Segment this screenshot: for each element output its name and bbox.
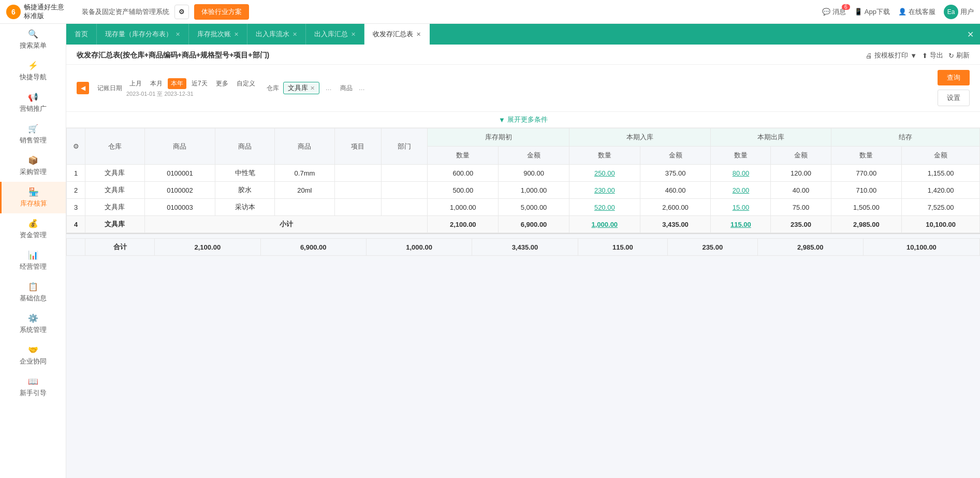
total-out-qty: 115.00 <box>578 239 667 256</box>
filter-toggle[interactable]: ◀ <box>77 82 89 94</box>
row-no: 2 <box>67 182 85 199</box>
warehouse-label: 仓库 <box>267 84 279 93</box>
row-bal-amt: 1,420.00 <box>902 182 980 199</box>
message-icon: 💬 <box>822 8 830 16</box>
row-warehouse: 文具库 <box>85 199 145 216</box>
out-amt-header: 金额 <box>771 147 831 165</box>
tab-flow[interactable]: 出入库流水 ✕ <box>247 24 306 45</box>
print-button[interactable]: 🖨 按模板打印 ▼ <box>866 51 917 60</box>
date-label: 记账日期 <box>97 84 122 93</box>
date-btn-7days[interactable]: 近7天 <box>188 78 211 89</box>
message-badge: 6 <box>842 4 850 10</box>
row-warehouse: 文具库 <box>85 165 145 182</box>
row-goods-name: 胶水 <box>215 182 275 199</box>
table-row: 1 文具库 0100001 中性笔 0.7mm 600.00 900.00 25… <box>67 165 980 182</box>
row-bal-qty: 1,505.00 <box>831 199 902 216</box>
date-btn-this-month[interactable]: 本月 <box>147 78 166 89</box>
bal-amt-header: 金额 <box>902 147 980 165</box>
tab-home[interactable]: 首页 <box>66 24 97 45</box>
sidebar-item-marketing[interactable]: 📢 营销推广 <box>0 87 66 119</box>
marketing-icon: 📢 <box>28 92 38 102</box>
goods-more[interactable]: … <box>359 84 365 92</box>
expand-filter-button[interactable]: ▼ 展开更多条件 <box>499 115 548 124</box>
sidebar-item-system[interactable]: ⚙️ 系统管理 <box>0 308 66 340</box>
sidebar-item-sales[interactable]: 🛒 销售管理 <box>0 119 66 150</box>
service-icon: 👤 <box>898 8 906 16</box>
trial-button[interactable]: 体验行业方案 <box>194 4 249 20</box>
subtotal-open-qty: 2,100.00 <box>428 216 499 233</box>
tab-close-icon[interactable]: ✕ <box>416 31 421 38</box>
row-warehouse: 文具库 <box>85 182 145 199</box>
goods-code-col-header: 商品 <box>144 128 215 165</box>
footer-total-row: 合计 2,100.00 6,900.00 1,000.00 3,435.00 1… <box>66 233 980 260</box>
date-range-text: 2023-01-01 至 2023-12-31 <box>126 90 258 98</box>
warehouse-more[interactable]: … <box>326 84 332 92</box>
date-btn-this-year[interactable]: 本年 <box>168 78 186 89</box>
tab-close-icon[interactable]: ✕ <box>292 31 297 38</box>
sidebar-item-guide[interactable]: 📖 新手引导 <box>0 371 66 403</box>
row-out-amt: 75.00 <box>771 199 831 216</box>
row-out-qty[interactable]: 80.00 <box>711 165 771 182</box>
settings-gear-icon[interactable]: ⚙ <box>174 5 189 19</box>
refresh-button[interactable]: ↻ 刷新 <box>948 51 970 60</box>
export-button[interactable]: ⬆ 导出 <box>922 51 943 60</box>
query-button[interactable]: 查询 <box>938 70 970 85</box>
tab-bar: 首页 现存量（库存分布表） ✕ 库存批次账 ✕ 出入库流水 ✕ 出入库汇总 ✕ … <box>66 24 980 45</box>
tab-recv-summary[interactable]: 收发存汇总表 ✕ <box>364 24 430 45</box>
subtotal-in-qty[interactable]: 1,000.00 <box>569 216 640 233</box>
row-goods-spec: 0.7mm <box>274 165 334 182</box>
operation-icon: 📊 <box>28 250 38 260</box>
expand-row: ▼ 展开更多条件 <box>66 112 980 128</box>
tab-inventory-dist[interactable]: 现存量（库存分布表） ✕ <box>97 24 189 45</box>
tab-bar-close-icon[interactable]: ✕ <box>961 30 980 39</box>
row-bal-qty: 710.00 <box>831 182 902 199</box>
sidebar-item-operation[interactable]: 📊 经营管理 <box>0 245 66 277</box>
export-icon: ⬆ <box>922 52 928 60</box>
sidebar-item-enterprise[interactable]: 🤝 企业协同 <box>0 340 66 371</box>
row-bal-amt: 1,155.00 <box>902 165 980 182</box>
total-open-qty: 2,100.00 <box>155 239 260 256</box>
open-qty-header: 数量 <box>428 147 499 165</box>
sidebar-item-basic[interactable]: 📋 基础信息 <box>0 277 66 308</box>
tab-inout-summary[interactable]: 出入库汇总 ✕ <box>306 24 364 45</box>
refresh-icon: ↻ <box>948 52 954 60</box>
row-out-qty[interactable]: 15.00 <box>711 199 771 216</box>
opening-group-header: 库存期初 <box>428 128 569 147</box>
tab-batch[interactable]: 库存批次账 ✕ <box>189 24 247 45</box>
sidebar-item-search[interactable]: 🔍 搜索菜单 <box>0 24 66 55</box>
warehouse-tag-close[interactable]: ✕ <box>310 85 315 92</box>
user-item[interactable]: Ea 用户 <box>944 5 974 19</box>
set-button[interactable]: 设置 <box>938 90 970 106</box>
sidebar-item-purchase[interactable]: 📦 采购管理 <box>0 150 66 182</box>
online-service-item[interactable]: 👤 在线客服 <box>898 7 935 17</box>
total-open-amt: 6,900.00 <box>260 239 366 256</box>
in-qty-header: 数量 <box>569 147 640 165</box>
row-dept <box>381 199 428 216</box>
date-btn-more[interactable]: 更多 <box>213 78 231 89</box>
tab-close-icon[interactable]: ✕ <box>234 31 239 38</box>
row-in-qty[interactable]: 250.00 <box>569 165 640 182</box>
row-out-qty[interactable]: 20.00 <box>711 182 771 199</box>
purchase-icon: 📦 <box>28 155 38 165</box>
subtotal-bal-qty: 2,985.00 <box>831 216 902 233</box>
sidebar-item-finance[interactable]: 💰 资金管理 <box>0 213 66 245</box>
user-avatar: Ea <box>944 5 958 19</box>
message-item[interactable]: 💬 消息 6 <box>822 7 846 17</box>
date-btn-custom[interactable]: 自定义 <box>233 78 258 89</box>
app-download-item[interactable]: 📱 App下载 <box>854 7 890 17</box>
tab-close-icon[interactable]: ✕ <box>351 31 356 38</box>
page-header-actions: 🖨 按模板打印 ▼ ⬆ 导出 ↻ 刷新 <box>866 51 970 60</box>
row-in-qty[interactable]: 230.00 <box>569 182 640 199</box>
inventory-icon: 🏪 <box>28 187 39 197</box>
top-right-area: 💬 消息 6 📱 App下载 👤 在线客服 Ea 用户 <box>822 5 974 19</box>
sidebar-item-quick[interactable]: ⚡ 快捷导航 <box>0 55 66 87</box>
row-bal-amt: 7,525.00 <box>902 199 980 216</box>
subtotal-out-qty[interactable]: 115.00 <box>711 216 771 233</box>
date-btn-last-month[interactable]: 上月 <box>126 78 145 89</box>
row-project <box>334 199 381 216</box>
tab-close-icon[interactable]: ✕ <box>175 31 180 38</box>
row-in-qty[interactable]: 520.00 <box>569 199 640 216</box>
out-qty-header: 数量 <box>711 147 771 165</box>
in-amt-header: 金额 <box>640 147 711 165</box>
sidebar-item-inventory[interactable]: 🏪 库存核算 <box>0 182 66 213</box>
